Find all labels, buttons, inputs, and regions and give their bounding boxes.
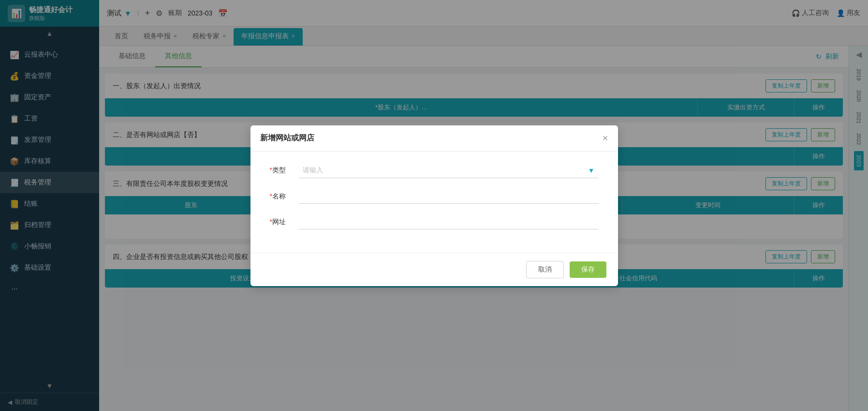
dialog-footer: 取消 保存 — [250, 253, 618, 286]
type-placeholder: 请输入 — [303, 166, 588, 175]
url-label: *网址 — [270, 218, 299, 227]
name-input[interactable] — [299, 190, 599, 204]
required-asterisk: * — [270, 218, 272, 226]
required-asterisk: * — [270, 192, 272, 200]
form-row-name: *名称 — [270, 190, 599, 204]
form-row-url: *网址 — [270, 215, 599, 229]
form-row-type: *类型 请输入 ▼ — [270, 163, 599, 178]
dialog-close-button[interactable]: × — [603, 133, 608, 143]
required-asterisk: * — [270, 166, 272, 174]
cancel-button[interactable]: 取消 — [526, 261, 564, 278]
type-select[interactable]: 请输入 ▼ — [299, 163, 599, 178]
add-website-dialog: 新增网站或网店 × *类型 请输入 ▼ *名称 — [250, 125, 618, 286]
dialog-header: 新增网站或网店 × — [250, 125, 618, 152]
dialog-body: *类型 请输入 ▼ *名称 *网址 — [250, 152, 618, 253]
url-input[interactable] — [299, 215, 599, 229]
dialog-title: 新增网站或网店 — [260, 133, 314, 143]
save-button[interactable]: 保存 — [570, 261, 606, 278]
dialog-overlay: 新增网站或网店 × *类型 请输入 ▼ *名称 — [0, 0, 868, 411]
type-label: *类型 — [270, 166, 299, 175]
name-label: *名称 — [270, 192, 299, 201]
dropdown-arrow-icon: ▼ — [588, 167, 595, 174]
